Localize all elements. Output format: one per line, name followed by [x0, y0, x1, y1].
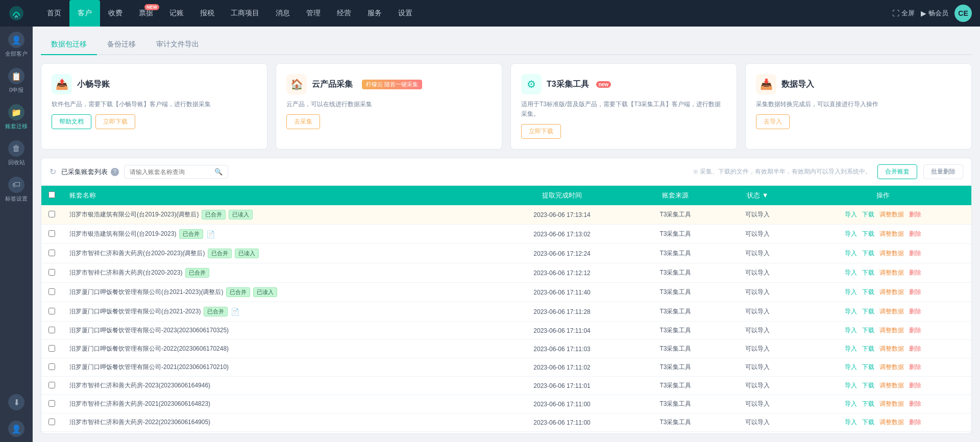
topnav-management[interactable]: 管理 [298, 0, 329, 27]
row-checkbox[interactable] [48, 250, 55, 256]
action-删除[interactable]: 删除 [909, 326, 921, 335]
action-下载[interactable]: 下载 [862, 326, 874, 335]
fullscreen-btn[interactable]: ⛶ 全屏 [892, 9, 915, 18]
action-导入[interactable]: 导入 [845, 288, 857, 297]
help-icon[interactable]: ? [111, 168, 119, 176]
row-checkbox[interactable] [48, 419, 55, 425]
action-调整数据[interactable]: 调整数据 [879, 288, 904, 297]
search-icon[interactable]: 🔍 [214, 168, 223, 176]
app-logo[interactable] [0, 0, 33, 27]
topnav-service[interactable]: 服务 [359, 0, 390, 27]
action-删除[interactable]: 删除 [909, 381, 921, 390]
action-调整数据[interactable]: 调整数据 [879, 230, 904, 238]
action-下载[interactable]: 下载 [862, 210, 874, 219]
action-删除[interactable]: 删除 [909, 230, 921, 238]
sidebar-item-user[interactable]: 👤 [6, 415, 27, 442]
action-下载[interactable]: 下载 [862, 249, 874, 258]
action-调整数据[interactable]: 调整数据 [879, 326, 904, 335]
action-删除[interactable]: 删除 [909, 268, 921, 277]
action-调整数据[interactable]: 调整数据 [879, 307, 904, 316]
action-下载[interactable]: 下载 [862, 418, 874, 427]
action-调整数据[interactable]: 调整数据 [879, 400, 904, 408]
avatar[interactable]: CE [954, 5, 972, 22]
action-删除[interactable]: 删除 [909, 288, 921, 297]
action-导入[interactable]: 导入 [845, 230, 857, 238]
action-导入[interactable]: 导入 [845, 268, 857, 277]
action-下载[interactable]: 下载 [862, 400, 874, 408]
action-删除[interactable]: 删除 [909, 249, 921, 258]
sidebar-item-all-clients[interactable]: 👤 全部客户 [0, 27, 33, 63]
badge-已读入: 已读入 [235, 249, 259, 258]
topnav-bookkeeping[interactable]: 记账 [161, 0, 192, 27]
topnav-invoice[interactable]: 票据 NEW [131, 0, 161, 27]
topnav-business[interactable]: 工商项目 [223, 0, 267, 27]
col-status[interactable]: 状态 ▼ [720, 186, 795, 205]
row-checkbox[interactable] [48, 327, 55, 333]
action-下载[interactable]: 下载 [862, 381, 874, 390]
action-导入[interactable]: 导入 [845, 210, 857, 219]
action-删除[interactable]: 删除 [909, 210, 921, 219]
row-checkbox[interactable] [48, 230, 55, 237]
tab-data-migrate[interactable]: 数据包迁移 [41, 35, 97, 55]
download-now2-btn[interactable]: 立即下载 [521, 124, 561, 139]
action-调整数据[interactable]: 调整数据 [879, 210, 904, 219]
refresh-icon[interactable]: ↻ [50, 167, 56, 177]
topnav-customer[interactable]: 客户 [69, 0, 100, 27]
help-doc-btn[interactable]: 帮助文档 [52, 114, 91, 129]
action-导入[interactable]: 导入 [845, 326, 857, 335]
topnav-operation[interactable]: 经营 [329, 0, 359, 27]
topnav-message[interactable]: 消息 [267, 0, 298, 27]
vip-btn[interactable]: ▶ 畅会员 [921, 9, 948, 18]
action-调整数据[interactable]: 调整数据 [879, 381, 904, 390]
action-下载[interactable]: 下载 [862, 307, 874, 316]
topnav-home[interactable]: 首页 [39, 0, 69, 27]
action-删除[interactable]: 删除 [909, 345, 921, 353]
topnav-billing[interactable]: 收费 [100, 0, 131, 27]
action-导入[interactable]: 导入 [845, 400, 857, 408]
action-调整数据[interactable]: 调整数据 [879, 249, 904, 258]
action-调整数据[interactable]: 调整数据 [879, 268, 904, 277]
action-下载[interactable]: 下载 [862, 230, 874, 238]
sidebar-item-download[interactable]: ⬇ [6, 389, 27, 415]
download-now1-btn[interactable]: 立即下载 [95, 114, 135, 129]
action-导入[interactable]: 导入 [845, 307, 857, 316]
row-checkbox[interactable] [48, 269, 55, 276]
search-input[interactable] [130, 168, 211, 176]
topnav-tax[interactable]: 报税 [192, 0, 223, 27]
action-导入[interactable]: 导入 [845, 345, 857, 353]
row-checkbox[interactable] [48, 308, 55, 314]
action-导入[interactable]: 导入 [845, 249, 857, 258]
action-下载[interactable]: 下载 [862, 268, 874, 277]
row-checkbox[interactable] [48, 211, 55, 217]
go-collect-btn[interactable]: 去采集 [286, 114, 320, 129]
tab-backup-migrate[interactable]: 备份迁移 [97, 35, 146, 55]
action-删除[interactable]: 删除 [909, 307, 921, 316]
row-checkbox[interactable] [48, 363, 55, 370]
action-删除[interactable]: 删除 [909, 363, 921, 372]
select-all-checkbox[interactable] [48, 191, 55, 198]
sidebar-item-account-migrate[interactable]: 📁 账套迁移 [0, 99, 33, 135]
action-下载[interactable]: 下载 [862, 363, 874, 372]
row-checkbox[interactable] [48, 345, 55, 352]
action-删除[interactable]: 删除 [909, 400, 921, 408]
sidebar-item-recycle[interactable]: 🗑 回收站 [0, 135, 33, 171]
topnav-settings[interactable]: 设置 [390, 0, 421, 27]
row-checkbox[interactable] [48, 288, 55, 295]
tab-audit-export[interactable]: 审计文件导出 [146, 35, 209, 55]
action-调整数据[interactable]: 调整数据 [879, 418, 904, 427]
action-删除[interactable]: 删除 [909, 418, 921, 427]
action-导入[interactable]: 导入 [845, 418, 857, 427]
action-调整数据[interactable]: 调整数据 [879, 363, 904, 372]
row-checkbox[interactable] [48, 382, 55, 388]
sidebar-item-zero-report[interactable]: 📋 0申报 [0, 63, 33, 99]
row-checkbox[interactable] [48, 400, 55, 407]
action-导入[interactable]: 导入 [845, 381, 857, 390]
action-导入[interactable]: 导入 [845, 363, 857, 372]
action-调整数据[interactable]: 调整数据 [879, 345, 904, 353]
action-下载[interactable]: 下载 [862, 345, 874, 353]
batch-delete-btn[interactable]: 批量删除 [923, 164, 963, 179]
merge-btn[interactable]: 合并账套 [877, 164, 917, 179]
action-下载[interactable]: 下载 [862, 288, 874, 297]
sidebar-item-label-settings[interactable]: 🏷 标签设置 [0, 171, 33, 208]
go-import-btn[interactable]: 去导入 [756, 114, 790, 129]
